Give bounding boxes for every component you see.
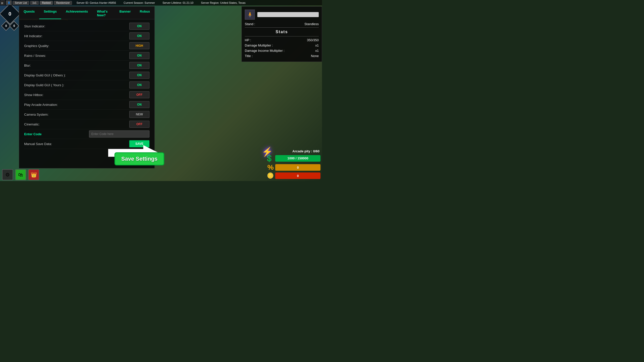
play-arcade-row: Play Arcade Animation: ON: [24, 100, 149, 110]
tab-bar: Quests Settings Achievements What's New?…: [19, 7, 154, 19]
play-arcade-label: Play Arcade Animation:: [24, 103, 58, 107]
stats-divider-top: [245, 27, 319, 28]
server-lifetime: Server Lifetime: 01:21:10: [163, 1, 193, 4]
stun-indicator-btn[interactable]: ON: [129, 23, 149, 30]
svg-text:R: R: [1, 2, 3, 5]
gems-row: % 0: [243, 163, 320, 171]
server-list-btn[interactable]: Server List: [13, 1, 29, 5]
randomizer-btn[interactable]: Randomizer: [54, 1, 72, 5]
tickets-value: 0: [297, 174, 299, 178]
enter-code-label: Enter Code: [24, 132, 42, 136]
bottom-toolbar: ⚙ 🛍 👑: [0, 168, 50, 181]
show-hitbox-label: Show Hitbox:: [24, 93, 44, 97]
hp-value: 350/350: [307, 38, 319, 42]
coins-value: 1000 / 150000: [287, 156, 308, 160]
stats-title: Stats: [245, 30, 319, 34]
title-label: Title :: [245, 54, 253, 58]
crown-icon: 👑: [31, 172, 37, 178]
blur-label: Blur:: [24, 64, 31, 67]
dmg-income-label: Damage Income Multiplier :: [245, 49, 285, 53]
tab-robux[interactable]: Robux: [135, 8, 154, 19]
title-row: Title : None: [245, 53, 319, 59]
1v1-btn[interactable]: 1v1: [30, 1, 39, 5]
stand-row: Stand : Standless: [245, 22, 319, 26]
settings-panel: Quests Settings Achievements What's New?…: [19, 6, 155, 168]
show-hitbox-row: Show Hitbox: OFF: [24, 90, 149, 100]
cinematic-btn[interactable]: OFF: [129, 121, 149, 128]
server-id: Server ID: Genius Hunter #6856: [76, 1, 116, 4]
stats-divider-bottom: [245, 36, 319, 36]
hp-label: HP :: [245, 38, 251, 42]
dmg-mult-value: x1: [315, 43, 319, 47]
gems-bar: 0: [275, 164, 320, 171]
stun-indicator-label: Stun Indicator:: [24, 24, 45, 28]
hud-topleft: 0 0 0: [3, 6, 18, 29]
gems-value: 0: [297, 166, 299, 169]
manual-save-label: Manual Save Data:: [24, 142, 52, 146]
gear-icon: ⚙: [5, 172, 10, 178]
save-settings-btn[interactable]: Save Settings: [114, 152, 164, 165]
stand-label: Stand :: [245, 22, 255, 26]
player-icon: 👤: [6, 1, 12, 5]
currency-area: Arcade pity : 0/60 💲 1000 / 150000 % 0 🪙…: [242, 148, 322, 181]
stand-value: Standless: [304, 22, 319, 26]
rains-snows-row: Rains / Snows: ON: [24, 51, 149, 61]
title-value: None: [311, 54, 319, 58]
main-score-value: 0: [9, 11, 11, 17]
hit-indicator-label: Hit Indicator:: [24, 34, 43, 38]
hp-stat-row: HP : 350/350: [245, 37, 319, 43]
guild-gui-others-label: Display Guild GUI ( Others ):: [24, 73, 66, 77]
guild-gui-others-btn[interactable]: ON: [129, 72, 149, 79]
bag-btn[interactable]: 🛍: [15, 169, 26, 180]
cinematic-label: Cinematic:: [24, 122, 39, 126]
tab-quests[interactable]: Quests: [19, 8, 39, 19]
blur-row: Blur: ON: [24, 61, 149, 70]
sub-score1: 0: [5, 24, 7, 28]
guild-gui-yours-row: Display Guild GUI ( Yours ): ON: [24, 80, 149, 90]
show-hitbox-btn[interactable]: OFF: [129, 91, 149, 98]
camera-system-btn[interactable]: NEW: [129, 111, 149, 118]
player-name-bar: [257, 12, 319, 17]
play-arcade-btn[interactable]: ON: [129, 101, 149, 108]
arcade-pity: Arcade pity : 0/60: [243, 149, 320, 153]
camera-system-label: Camera System:: [24, 113, 49, 116]
guild-gui-others-row: Display Guild GUI ( Others ): ON: [24, 70, 149, 80]
graphics-quality-btn[interactable]: HIGH: [129, 42, 149, 49]
blur-btn[interactable]: ON: [129, 62, 149, 69]
tickets-bar: 0: [275, 172, 320, 179]
avatar: 🧍: [245, 10, 255, 20]
crown-btn[interactable]: 👑: [28, 169, 39, 180]
player-header: 🧍: [245, 10, 319, 20]
percent-icon: %: [267, 163, 274, 171]
hit-indicator-row: Hit Indicator: ON: [24, 31, 149, 41]
guild-gui-yours-btn[interactable]: ON: [129, 81, 149, 88]
coin-icon: 🪙: [267, 172, 274, 179]
coins-row: 💲 1000 / 150000: [243, 154, 320, 162]
graphics-quality-row: Graphics Quality: HIGH: [24, 41, 149, 51]
avatar-icon: 🧍: [247, 12, 253, 18]
sub-score2: 0: [13, 24, 15, 28]
bag-icon: 🛍: [18, 172, 23, 178]
gear-btn[interactable]: ⚙: [2, 169, 13, 180]
dmg-mult-row: Damage Multiplier : x1: [245, 43, 319, 48]
tab-achievements[interactable]: Achievements: [61, 8, 92, 19]
stats-panel: 🧍 Stand : Standless Stats HP : 350/350 D…: [242, 6, 322, 62]
server-region: Server Region: United States, Texas: [201, 1, 246, 4]
rains-snows-btn[interactable]: ON: [129, 52, 149, 59]
top-bar-left: R 👤 Server List 1v1 Ranked Randomizer: [0, 1, 72, 5]
tab-settings[interactable]: Settings: [39, 8, 61, 19]
dmg-mult-label: Damage Multiplier :: [245, 43, 273, 47]
tickets-row: 🪙 0: [243, 172, 320, 179]
enter-code-input[interactable]: [89, 130, 149, 138]
coins-bar: 1000 / 150000: [275, 155, 320, 162]
dmg-income-row: Damage Income Multiplier : x1: [245, 48, 319, 53]
hit-indicator-btn[interactable]: ON: [129, 32, 149, 39]
stand-animation: ⚡: [262, 147, 273, 157]
tab-banner[interactable]: Banner: [115, 8, 135, 19]
tab-whats-new[interactable]: What's New?: [93, 8, 115, 19]
rains-snows-label: Rains / Snows:: [24, 54, 46, 58]
cinematic-row: Cinematic: OFF: [24, 119, 149, 129]
guild-gui-yours-label: Display Guild GUI ( Yours ):: [24, 83, 64, 87]
season-info: Current Season: Summer: [124, 1, 155, 4]
ranked-btn[interactable]: Ranked: [40, 1, 53, 5]
